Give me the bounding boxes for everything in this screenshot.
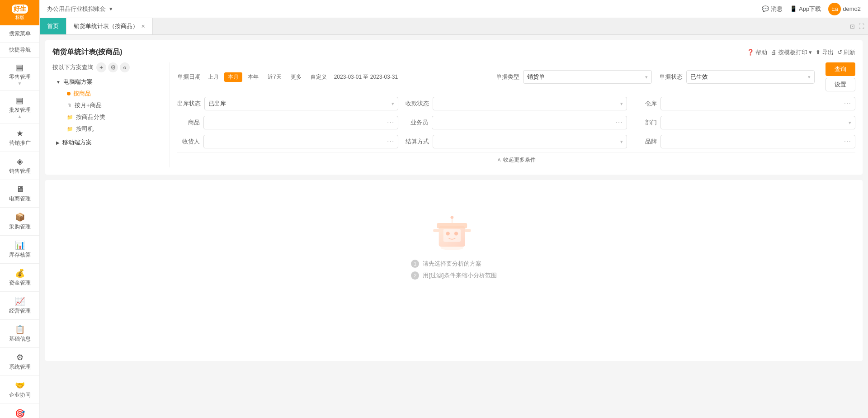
date-tab-this-year[interactable]: 本年 [244,72,262,82]
system-icon: ⚙ [16,352,24,362]
svg-rect-1 [437,223,467,228]
empty-tips: 1 请先选择要分析的方案 2 用[过滤]条件来缩小分析范围 [411,260,496,280]
department-label: 部门 [634,119,657,127]
department-input[interactable]: ▾ [660,116,855,129]
tree-item-by-cashier[interactable]: 📁 按司机 [63,123,164,135]
receiver-input[interactable]: ··· [203,135,398,148]
filter-field-department: 部门 ▾ [634,116,855,129]
print-btn[interactable]: 🖨 按模板打印 ▾ [771,48,812,57]
date-tab-custom[interactable]: 自定义 [307,72,330,82]
export-icon: ⬆ [816,49,821,56]
tab-sales-report-label: 销货单统计表（按商品） [74,22,138,30]
tree-section-desktop[interactable]: ▼ 电脑端方案 [52,76,164,88]
sidebar-item-purchase[interactable]: 📦 采购管理 [0,208,39,236]
tab-sales-report[interactable]: 销货单统计表（按商品） ✕ [66,18,153,34]
tab-fullscreen-icon[interactable]: ⛶ [859,23,864,30]
search-menu[interactable]: 搜索菜单 [0,25,39,43]
filter-right: 单据日期 上月 本月 本年 近7天 更多 自定义 [170,62,855,167]
tree-item-by-month-goods[interactable]: 🗓 按月+商品 [63,100,164,111]
query-btn[interactable]: 查询 [826,62,855,76]
print-arrow-icon: ▾ [809,49,812,56]
warehouse-input[interactable]: ··· [660,97,855,110]
expand-arrow-retail: ▼ [18,81,22,86]
help-btn[interactable]: ❓ 帮助 [747,48,767,57]
tab-home[interactable]: 首页 [40,18,66,34]
receiver-label: 收货人 [177,138,200,146]
basic-icon: 📋 [15,324,25,334]
tree-section-mobile[interactable]: ▶ 移动端方案 [52,137,164,148]
filter-field-goods: 商品 ··· [177,116,398,129]
help-label: 帮助 [755,48,767,57]
tab-minimize-icon[interactable]: ⊡ [850,23,855,30]
out-status-input[interactable]: 已出库 ▾ [204,97,398,110]
sidebar-item-enterprise[interactable]: 🤝 企业协同 [0,376,39,404]
empty-tip-1-text: 请先选择要分析的方案 [423,260,481,268]
sidebar-label-purchase: 采购管理 [9,223,31,231]
settings-btn[interactable]: 设置 [826,78,855,91]
tree-item-by-category[interactable]: 📁 按商品分类 [63,111,164,123]
sidebar-item-system[interactable]: ⚙ 系统管理 [0,348,39,376]
messages-btn[interactable]: 💬 消息 [762,5,783,13]
salesman-input[interactable]: ··· [432,116,627,129]
goods-input[interactable]: ··· [203,116,398,129]
filter-field-payment-method: 结算方式 ▾ [406,135,627,148]
brand-input[interactable]: ··· [660,135,855,148]
date-tab-more[interactable]: 更多 [287,72,305,82]
goods-dots-icon: ··· [387,119,394,127]
sidebar-item-retail[interactable]: ▤ 零售管理 ▼ [0,58,39,91]
filter-field-warehouse: 仓库 ··· [634,97,855,110]
date-tab-this-month[interactable]: 本月 [224,72,242,82]
tree-item-by-goods[interactable]: 按商品 [63,88,164,100]
doc-type-input[interactable]: 销货单 ▾ [523,70,652,84]
date-tab-last-month[interactable]: 上月 [204,72,222,82]
tree-collapse-btn[interactable]: « [120,62,130,72]
wholesale-icon: ▤ [16,95,24,105]
header-right: 💬 消息 📱 App下载 Ea demo2 [762,3,861,15]
industry-dropdown-icon[interactable]: ▾ [109,5,113,12]
sidebar-item-newbie[interactable]: 🎯 新手引导 [0,404,39,418]
ecommerce-icon: 🖥 [16,185,24,194]
svg-rect-8 [465,229,471,232]
app-download-btn[interactable]: 📱 App下载 [790,5,821,13]
collapse-bar[interactable]: ∧ 收起更多条件 [177,152,855,167]
tree-expand-icon-mobile: ▶ [56,140,60,145]
sidebar-item-wholesale[interactable]: ▤ 批发管理 ▲ [0,91,39,124]
tab-home-label: 首页 [47,22,59,30]
sidebar-item-finance[interactable]: 💰 资金管理 [0,264,39,292]
tree-settings-btn[interactable]: ⚙ [108,62,118,72]
sales-icon: ◈ [17,157,23,166]
sidebar-item-basic[interactable]: 📋 基础信息 [0,320,39,348]
doc-type-label: 单据类型 [496,73,519,81]
payment-method-input[interactable]: ▾ [433,135,627,148]
tab-close-btn[interactable]: ✕ [141,24,145,29]
sidebar-item-inventory[interactable]: 📊 库存核算 [0,236,39,264]
app-logo: 好生 标版 [0,0,39,25]
filter-field-doc-status: 单据状态 已生效 ▾ [659,70,815,84]
tree-expand-icon: ▼ [56,80,61,85]
sidebar-item-ecommerce[interactable]: 🖥 电商管理 [0,180,39,208]
empty-illustration [431,207,476,252]
quick-nav[interactable]: 快捷导航 [0,43,39,58]
newbie-icon: 🎯 [15,408,25,418]
sidebar-label-finance: 资金管理 [9,279,31,287]
sidebar-item-sales[interactable]: ◈ 销售管理 [0,152,39,180]
refresh-btn[interactable]: ↺ 刷新 [837,48,855,57]
filter-field-out-status: 出库状态 已出库 ▾ [177,97,398,110]
empty-tip-1: 1 请先选择要分析的方案 [411,260,496,268]
logo-text: 标版 [15,14,24,21]
user-profile-btn[interactable]: Ea demo2 [828,3,861,15]
payment-status-input[interactable]: ▾ [433,97,627,110]
doc-status-input[interactable]: 已生效 ▾ [686,70,815,84]
sidebar-item-marketing[interactable]: ★ 营销推广 [0,124,39,152]
doc-type-arrow-icon: ▾ [645,74,648,80]
tree-add-btn[interactable]: + [96,62,106,72]
tree-section-label: 电脑端方案 [63,78,93,86]
goods-label: 商品 [177,119,200,127]
sidebar-item-operations[interactable]: 📈 经营管理 [0,292,39,320]
tree-sub-desktop: 按商品 🗓 按月+商品 📁 按商品分类 📁 按司机 [52,88,164,135]
tree-item-label-by-month-goods: 按月+商品 [75,101,102,109]
filter-tree-header: 按以下方案查询 + ⚙ « [52,62,164,72]
export-btn[interactable]: ⬆ 导出 [816,48,834,57]
date-tab-7days[interactable]: 近7天 [264,72,285,82]
tree-actions: + ⚙ « [96,62,130,72]
